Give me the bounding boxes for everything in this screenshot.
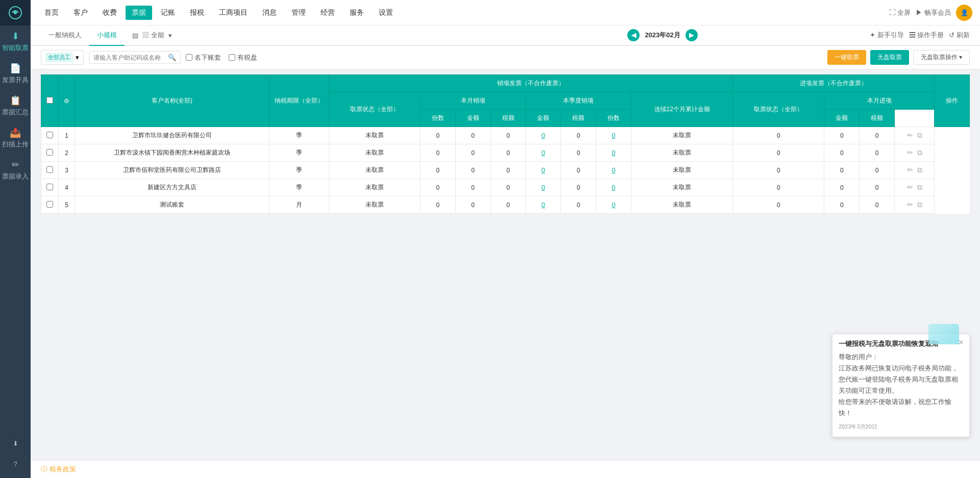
tab-general-taxpayer[interactable]: 一般纳税人: [41, 26, 89, 46]
nav-settings[interactable]: 设置: [373, 6, 399, 20]
select-all-checkbox[interactable]: [46, 97, 53, 104]
refresh-button[interactable]: ↺ 刷新: [949, 31, 970, 40]
row-sales-status: 未取票: [329, 162, 420, 179]
edit-icon[interactable]: ✏: [907, 166, 913, 174]
th-pm-tax: 税额: [860, 110, 895, 127]
sidebar-item-label: 票据汇总: [2, 108, 29, 117]
row-sales-quarter-tax: 0: [561, 196, 596, 214]
row-sales-month-amount: 0: [455, 179, 491, 196]
invoice-table: ⚙ 客户名称(全部) 纳税期限（全部） 销项发票（不合作废票） 进项发票（不合作…: [41, 74, 970, 214]
sidebar-item-help[interactable]: ?: [0, 455, 31, 473]
row-checkbox[interactable]: [46, 201, 53, 208]
row-checkbox-cell: [41, 127, 59, 144]
nav-accounting[interactable]: 记账: [155, 6, 181, 20]
member-button[interactable]: ▶ 畅享会员: [916, 8, 951, 17]
manual-button[interactable]: ☰ 操作手册: [909, 31, 944, 40]
one-click-fetch-button[interactable]: 一键取票: [827, 50, 866, 65]
row-purchase-status: 未取票: [631, 179, 732, 196]
row-sales-month-tax: 0: [491, 162, 526, 179]
detail-icon[interactable]: ⧉: [917, 183, 922, 192]
row-customer-name: 卫辉市佰和堂医药有限公司卫辉路店: [75, 162, 270, 179]
new-guide-button[interactable]: ✦ 新手引导: [870, 31, 904, 40]
tab-small-scale[interactable]: 小规模: [89, 26, 125, 46]
detail-icon[interactable]: ⧉: [917, 148, 922, 157]
th-this-month-purchase: 本月进项: [824, 92, 935, 110]
nav-invoice[interactable]: 票据: [126, 6, 152, 20]
notification-body: 尊敬的用户： 江苏政务网已恢复访问电子税务局功能，您代账一键登陆电子税务局与无盘…: [839, 351, 963, 432]
edit-icon[interactable]: ✏: [907, 131, 913, 140]
sidebar-item-scan-upload[interactable]: 📤 扫描上传: [0, 122, 31, 154]
nav-service[interactable]: 服务: [344, 6, 370, 20]
issue-invoice-icon: 📄: [10, 63, 21, 74]
row-purchase-month-tax: 0: [860, 179, 895, 196]
sidebar-bottom: ⬇ ?: [0, 435, 31, 478]
row-purchase-month-amount: 0: [824, 179, 860, 196]
edit-icon[interactable]: ✏: [907, 200, 913, 209]
row-sales-month-amount: 0: [455, 162, 491, 179]
row-number: 5: [59, 196, 75, 214]
detail-icon[interactable]: ⧉: [917, 166, 922, 174]
tab-all[interactable]: ▤ ▤ 全能 ▾: [125, 26, 180, 46]
employee-selector[interactable]: 全部员工 ▾: [41, 50, 84, 65]
edit-icon[interactable]: ✏: [907, 148, 913, 157]
row-sales-month-tax: 0: [491, 179, 526, 196]
row-purchase-status: 未取票: [631, 144, 732, 162]
row-checkbox[interactable]: [46, 184, 53, 190]
row-checkbox[interactable]: [46, 132, 53, 138]
detail-icon[interactable]: ⧉: [917, 200, 922, 209]
sub-account-checkbox[interactable]: 名下账套: [186, 53, 221, 62]
table-row: 1 卫辉市玖玖健合医药有限公司 季 未取票 0 0 0 0 0 0 未取票 0 …: [41, 127, 970, 144]
no-disk-fetch-button[interactable]: 无盘取票: [870, 50, 909, 65]
row-purchase-status: 未取票: [631, 162, 732, 179]
user-avatar[interactable]: 👤: [956, 5, 972, 21]
fullscreen-button[interactable]: ⛶ 全屏: [889, 8, 911, 17]
row-sales-month-amount: 0: [455, 144, 491, 162]
nav-message[interactable]: 消息: [256, 6, 283, 20]
th-customer-name: 客户名称(全部): [75, 75, 270, 127]
sidebar-item-download[interactable]: ⬇: [0, 435, 31, 452]
toolbar: 全部员工 ▾ 🔍 名下账套 有税盘 一键取票 无盘取票 无盘: [31, 46, 980, 69]
th-sm-count: 份数: [420, 110, 455, 127]
row-customer-name: 卫辉市玖玖健合医药有限公司: [75, 127, 270, 144]
period-prev-button[interactable]: ◀: [627, 29, 640, 41]
no-disk-operations-button[interactable]: 无盘取票操作 ▾: [913, 50, 970, 65]
sub-account-check[interactable]: [186, 54, 192, 61]
table-row: 4 新建区方方文具店 季 未取票 0 0 0 0 0 0 未取票 0 0 0 ✏…: [41, 179, 970, 196]
has-tax-checkbox[interactable]: 有税盘: [229, 53, 257, 62]
row-checkbox-cell: [41, 179, 59, 196]
period-next-button[interactable]: ▶: [685, 29, 698, 41]
sidebar-item-data-entry[interactable]: ✏ 票据录入: [0, 154, 31, 186]
row-purchase-month-tax: 0: [860, 162, 895, 179]
row-purchase-month-count: 0: [733, 179, 824, 196]
sidebar-item-invoice-summary[interactable]: 📋 票据汇总: [0, 90, 31, 122]
edit-icon[interactable]: ✏: [907, 183, 913, 192]
sidebar-item-issue-invoice[interactable]: 📄 发票开具: [0, 58, 31, 90]
row-checkbox[interactable]: [46, 166, 53, 173]
tax-policy-label[interactable]: 税务政策: [50, 465, 76, 474]
row-purchase-status: 未取票: [631, 196, 732, 214]
row-checkbox[interactable]: [46, 149, 53, 156]
chevron-down-icon: ▾: [168, 32, 172, 39]
detail-icon[interactable]: ⧉: [917, 131, 922, 140]
has-tax-check[interactable]: [229, 54, 235, 61]
th-checkbox: [41, 75, 59, 127]
search-input[interactable]: [93, 54, 165, 61]
row-tax-period: 季: [269, 179, 329, 196]
invoice-summary-icon: 📋: [10, 95, 21, 106]
row-purchase-month-amount: 0: [824, 196, 860, 214]
search-icon[interactable]: 🔍: [168, 54, 176, 61]
nav-operation[interactable]: 经营: [314, 6, 341, 20]
nav-tax[interactable]: 报税: [184, 6, 210, 20]
nav-management[interactable]: 管理: [285, 6, 312, 20]
nav-customer[interactable]: 客户: [67, 6, 94, 20]
row-number: 1: [59, 127, 75, 144]
row-sales-month-count: 0: [420, 127, 455, 144]
table-row: 3 卫辉市佰和堂医药有限公司卫辉路店 季 未取票 0 0 0 0 0 0 未取票…: [41, 162, 970, 179]
nav-home[interactable]: 首页: [38, 6, 65, 20]
nav-billing[interactable]: 收费: [96, 6, 123, 20]
nav-business[interactable]: 工商项目: [213, 6, 254, 20]
sidebar-item-smart-fetch[interactable]: ⬇ 智能取票: [0, 26, 31, 58]
row-sales-status: 未取票: [329, 127, 420, 144]
notification-close-button[interactable]: ✕: [958, 338, 964, 346]
row-tax-period: 季: [269, 127, 329, 144]
